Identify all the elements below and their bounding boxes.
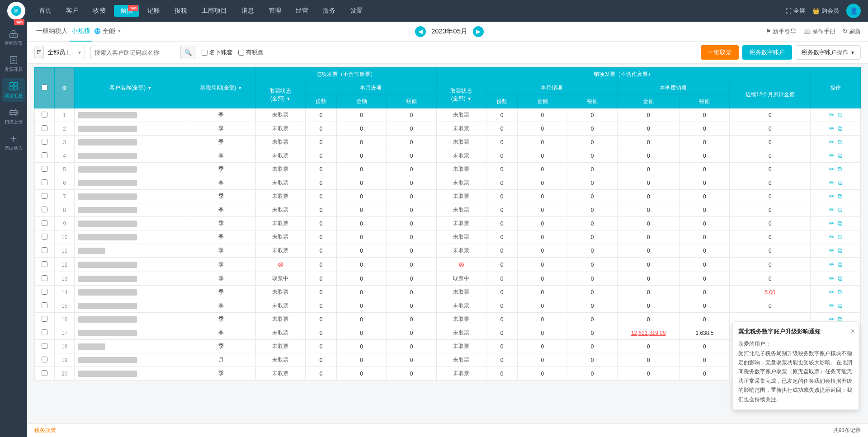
employee-selector[interactable]: ☑ 全部员工 ▼ [34, 46, 85, 59]
copy-icon[interactable]: ⧉ [838, 233, 842, 240]
nav-settings[interactable]: 设置 [344, 5, 369, 17]
q-tax: 0 [703, 139, 706, 146]
row-checkbox[interactable] [42, 139, 47, 145]
copy-icon[interactable]: ⧉ [838, 179, 842, 186]
copy-icon[interactable]: ⧉ [838, 220, 842, 227]
copy-icon[interactable]: ⧉ [838, 165, 842, 173]
nav-home[interactable]: 首页 [33, 5, 58, 17]
row-checkbox[interactable] [42, 152, 47, 158]
copy-icon[interactable]: ⧉ [838, 111, 842, 118]
manual-btn[interactable]: 📖 操作手册 [803, 28, 835, 36]
edit-icon[interactable]: ✏ [829, 138, 835, 146]
tax-disk-checkbox[interactable] [238, 50, 244, 56]
row-checkbox[interactable] [42, 125, 47, 131]
copy-icon[interactable]: ⧉ [838, 288, 842, 296]
edit-icon[interactable]: ✏ [829, 179, 835, 186]
edit-icon[interactable]: ✏ [829, 165, 835, 173]
edit-icon[interactable]: ✏ [829, 275, 835, 282]
copy-icon[interactable]: ⧉ [838, 138, 842, 146]
edit-icon[interactable]: ✏ [829, 288, 835, 296]
row-checkbox[interactable] [42, 357, 47, 362]
checkbox-sub-account[interactable]: 名下账套 [202, 48, 233, 56]
row-checkbox[interactable] [42, 329, 47, 335]
edit-icon[interactable]: ✏ [829, 247, 835, 254]
tab-small[interactable]: 小规模 [70, 22, 92, 42]
policy-link[interactable]: 税务政策 [34, 427, 56, 434]
sidebar-item-entry[interactable]: 票据录入 [2, 130, 25, 155]
nav-tax[interactable]: 报税 [168, 5, 193, 17]
edit-icon[interactable]: ✏ [829, 193, 835, 200]
nav-operation[interactable]: 经营 [289, 5, 315, 17]
nav-customer[interactable]: 客户 [60, 5, 85, 17]
digital-account-btn[interactable]: 税务数字账户 [742, 45, 792, 60]
row-checkbox[interactable] [42, 275, 47, 281]
row-checkbox[interactable] [42, 220, 47, 226]
th-out-status[interactable]: 取票状态(全部) ▼ [436, 81, 486, 108]
edit-icon[interactable]: ✏ [829, 111, 835, 118]
tab-all[interactable]: 🌐 全能 ▼ [92, 22, 123, 42]
row-checkbox[interactable] [42, 343, 47, 349]
row-checkbox[interactable] [42, 289, 47, 295]
row-checkbox[interactable] [42, 247, 47, 253]
user-avatar[interactable]: 👤 [846, 4, 861, 18]
edit-icon[interactable]: ✏ [829, 302, 835, 309]
copy-icon[interactable]: ⧉ [838, 193, 842, 200]
row-checkbox[interactable] [42, 179, 47, 185]
checkbox-tax-disk[interactable]: 有税盘 [238, 48, 264, 56]
th-customer-name[interactable]: 客户名称(全部) ▼ [75, 68, 187, 108]
row-checkbox[interactable] [42, 193, 47, 199]
nav-manage[interactable]: 管理 [262, 5, 288, 17]
one-click-fetch-btn[interactable]: 一键取票 [701, 45, 739, 60]
copy-icon[interactable]: ⧉ [838, 247, 842, 254]
nav-service[interactable]: 服务 [316, 5, 342, 17]
search-input[interactable] [90, 46, 181, 59]
copy-icon[interactable]: ⧉ [838, 275, 842, 282]
nav-fee[interactable]: 收费 [87, 5, 112, 17]
period-prev-btn[interactable]: ◀ [415, 26, 426, 37]
sidebar-item-scan[interactable]: 扫描上传 [2, 104, 25, 128]
edit-icon[interactable]: ✏ [829, 206, 835, 213]
nav-bookkeeping[interactable]: 记账 [141, 5, 166, 17]
row-checkbox[interactable] [42, 112, 47, 117]
refresh-btn[interactable]: ↻ 刷新 [843, 28, 861, 36]
row-checkbox[interactable] [42, 207, 47, 212]
edit-icon[interactable]: ✏ [829, 152, 835, 159]
edit-icon[interactable]: ✏ [829, 261, 835, 268]
sub-account-checkbox[interactable] [202, 50, 208, 56]
nav-business[interactable]: 工商项目 [195, 5, 233, 17]
nav-invoice[interactable]: 票据 new [114, 5, 139, 17]
q-amount: 0 [647, 276, 650, 282]
copy-icon[interactable]: ⧉ [838, 261, 842, 268]
th-tax-period[interactable]: 纳税周期(全部) ▼ [187, 68, 255, 108]
copy-icon[interactable]: ⧉ [838, 206, 842, 213]
notification-close-btn[interactable]: × [851, 325, 855, 337]
sidebar-item-open-invoice[interactable]: 发票开具 [2, 52, 25, 76]
action-cell: ✏ ⧉ [811, 217, 861, 230]
row-checkbox[interactable] [42, 302, 47, 308]
guide-btn[interactable]: ⚑ 新手引导 [766, 28, 796, 36]
search-button[interactable]: 🔍 [181, 46, 196, 59]
period-next-btn[interactable]: ▶ [473, 26, 484, 37]
row-checkbox[interactable] [42, 370, 47, 376]
fullscreen-btn[interactable]: ⛶ 全屏 [786, 7, 805, 15]
edit-icon[interactable]: ✏ [829, 125, 835, 132]
app-logo[interactable]: 智 [7, 2, 25, 20]
row-checkbox[interactable] [42, 234, 47, 240]
svg-rect-12 [14, 83, 17, 86]
edit-icon[interactable]: ✏ [829, 220, 835, 227]
copy-icon[interactable]: ⧉ [838, 125, 842, 132]
row-checkbox[interactable] [42, 261, 47, 267]
sidebar-item-ai-fetch[interactable]: 智能取票 new [2, 25, 25, 50]
sidebar-item-summary[interactable]: 票据汇总 [2, 78, 25, 102]
tab-general[interactable]: 一般纳税人 [34, 22, 70, 42]
copy-icon[interactable]: ⧉ [838, 152, 842, 159]
member-btn[interactable]: 👑 购会员 [812, 7, 839, 15]
th-in-status[interactable]: 取票状态(全部) ▼ [255, 81, 305, 108]
digital-account-op-btn[interactable]: 税务数字账户操作 ▼ [796, 45, 861, 60]
row-checkbox[interactable] [42, 166, 47, 172]
select-all-checkbox[interactable] [42, 85, 47, 90]
row-checkbox[interactable] [42, 316, 47, 322]
edit-icon[interactable]: ✏ [829, 233, 835, 240]
nav-message[interactable]: 消息 [235, 5, 260, 17]
copy-icon[interactable]: ⧉ [838, 302, 842, 309]
